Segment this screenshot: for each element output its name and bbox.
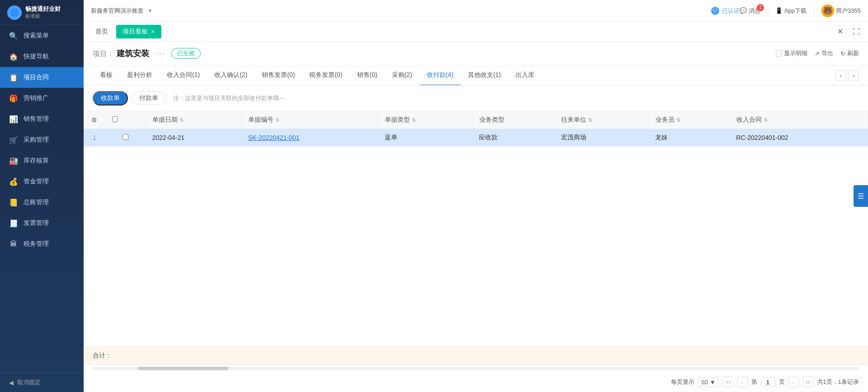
sub-nav-receipts[interactable]: 收付款(4) <box>420 66 461 86</box>
sub-nav-other-expenses[interactable]: 其他收支(1) <box>461 66 508 86</box>
sidebar-label-project-contract: 项目合同 <box>24 73 49 81</box>
sidebar-item-capital[interactable]: 💰 资金管理 <box>0 171 84 192</box>
sub-nav-income-confirm[interactable]: 收入确认(2) <box>207 66 255 86</box>
home-icon: 🏠 <box>9 52 18 61</box>
sidebar-item-marketing[interactable]: 🎁 营销推广 <box>0 88 84 109</box>
sub-nav-sales-invoice[interactable]: 销售发票(0) <box>255 66 302 86</box>
account-selector[interactable]: 新服务官网演示账套 ▼ <box>91 7 153 15</box>
total-row: 合计： <box>84 347 868 365</box>
sidebar-item-project-contract[interactable]: 📋 项目合同 <box>0 67 84 88</box>
row-partner: 宏茂商场 <box>555 129 649 147</box>
row-biz-type-value: 应收款 <box>479 134 498 141</box>
column-biz-type: 业务类型 <box>472 111 554 129</box>
right-float-button[interactable]: ☰ <box>854 185 868 207</box>
sidebar-item-invoice[interactable]: 🧾 发票管理 <box>0 213 84 234</box>
column-gear[interactable]: ⚙ <box>84 111 105 129</box>
last-page-button[interactable]: ⏭ <box>803 377 814 387</box>
row-type: 蓝单 <box>378 129 473 147</box>
sidebar-item-tax[interactable]: 🏛 税务管理 <box>0 234 84 254</box>
sub-nav-sales[interactable]: 销售(0) <box>350 66 385 86</box>
message-button[interactable]: 💬 消息 1 <box>740 7 760 15</box>
tabbar-controls: ✕ ⛶ <box>834 25 863 38</box>
scrollbar-thumb[interactable] <box>138 367 228 370</box>
scrollbar-row <box>84 365 868 372</box>
column-income-contract[interactable]: 收入合同 ⇅ <box>730 111 868 129</box>
user-menu[interactable]: 🐻 用户3355 <box>821 5 861 17</box>
sub-nav-receipts-label: 收付款(4) <box>427 71 453 78</box>
sidebar-item-ledger[interactable]: 📒 总账管理 <box>0 192 84 213</box>
payment-tab-button[interactable]: 付款单 <box>132 91 166 105</box>
sub-nav-income-contract-label: 收入合同(1) <box>167 71 200 78</box>
sub-nav-income-contract[interactable]: 收入合同(1) <box>160 66 207 86</box>
select-all-checkbox[interactable] <box>112 116 118 122</box>
column-salesman[interactable]: 业务员 ⇅ <box>649 111 730 129</box>
show-detail-checkbox[interactable] <box>776 50 782 57</box>
app-download-button[interactable]: 📱 App下载 <box>775 7 807 15</box>
sub-nav-profit[interactable]: 盈利分析 <box>120 66 160 86</box>
sub-nav-prev-button[interactable]: ‹ <box>835 70 846 81</box>
message-badge: 1 <box>757 4 764 11</box>
first-page-button[interactable]: ⏮ <box>722 377 733 387</box>
app-name: 畅捷通好业财 <box>25 5 61 13</box>
page-size-selector[interactable]: 50 ▼ <box>698 378 718 387</box>
row-checkbox[interactable] <box>123 134 128 140</box>
more-options-button[interactable]: ··· <box>156 49 166 58</box>
column-checkbox[interactable] <box>105 111 146 129</box>
certified-badge: 🛡 已认证 <box>711 7 740 15</box>
column-date[interactable]: 单据日期 ⇅ <box>146 111 241 129</box>
row-salesman: 龙妹 <box>649 129 730 147</box>
page-label: 第 <box>751 378 757 386</box>
unpin-icon: ◀ <box>9 379 14 386</box>
sidebar-item-search[interactable]: 🔍 搜索菜单 <box>0 25 84 46</box>
column-number[interactable]: 单据编号 ⇅ <box>242 111 378 129</box>
sub-nav-tax-invoice-label: 税务发票(0) <box>309 71 342 78</box>
sidebar-item-quick-nav[interactable]: 🏠 快捷导航 <box>0 46 84 67</box>
row-income-contract: RC-20220401-002 <box>730 129 868 147</box>
row-number-cell[interactable]: SK-20220421-001 <box>242 129 378 147</box>
sub-nav-in-out[interactable]: 出入库 <box>508 66 542 86</box>
sales-icon: 📊 <box>9 115 18 124</box>
project-title-prefix: 项目： <box>93 50 114 57</box>
next-page-icon: › <box>793 379 795 385</box>
prev-page-button[interactable]: ‹ <box>737 377 748 387</box>
row-number: 1 <box>84 129 105 147</box>
project-actions: 显示明细 ↗ 导出 ↻ 刷新 <box>776 49 859 57</box>
marketing-icon: 🎁 <box>9 94 18 103</box>
maximize-button[interactable]: ⛶ <box>850 25 863 38</box>
sidebar-unpin-button[interactable]: ◀ 取消固定 <box>0 373 84 392</box>
sort-icon-6: ⇅ <box>764 117 768 123</box>
page-number-input[interactable] <box>761 378 775 387</box>
refresh-label: 刷新 <box>847 49 859 57</box>
sidebar-logo: 🌀 畅捷通好业财 标准版 <box>0 0 84 25</box>
receipt-tabs: 收款单 付款单 注：这里是与项目关联的全部收付款单哦～ <box>84 86 868 111</box>
row-doc-number-link[interactable]: SK-20220421-001 <box>248 134 300 141</box>
sub-nav-board[interactable]: 看板 <box>93 66 120 86</box>
sidebar-item-sales[interactable]: 📊 销售管理 <box>0 109 84 129</box>
sub-nav-next-button[interactable]: › <box>848 70 859 81</box>
tab-close-icon[interactable]: ✕ <box>151 29 155 35</box>
export-button[interactable]: ↗ 导出 <box>815 49 833 57</box>
row-checkbox-cell[interactable] <box>105 129 146 147</box>
sub-nav-tax-invoice[interactable]: 税务发票(0) <box>302 66 349 86</box>
receipt-tab-button[interactable]: 收款单 <box>93 91 128 105</box>
app-download-label: App下载 <box>784 7 807 15</box>
refresh-button[interactable]: ↻ 刷新 <box>840 49 859 57</box>
next-page-button[interactable]: › <box>788 377 799 387</box>
close-button[interactable]: ✕ <box>834 25 846 38</box>
column-salesman-label: 业务员 <box>656 116 675 124</box>
show-detail-toggle[interactable]: 显示明细 <box>776 49 807 57</box>
column-type[interactable]: 单据类型 ⇅ <box>378 111 473 129</box>
column-type-label: 单据类型 <box>385 116 410 124</box>
receipts-table: ⚙ 单据日期 ⇅ 单据编号 <box>84 111 868 147</box>
column-partner-label: 往来单位 <box>561 116 586 124</box>
tab-project-board[interactable]: 项目看板 ✕ <box>116 25 161 38</box>
sub-nav-purchase[interactable]: 采购(2) <box>385 66 420 86</box>
sidebar-item-inventory[interactable]: 🏭 库存核算 <box>0 150 84 171</box>
horizontal-scrollbar[interactable] <box>93 367 859 370</box>
column-partner[interactable]: 往来单位 ⇅ <box>555 111 649 129</box>
tab-home[interactable]: 首页 <box>89 25 114 38</box>
sidebar-nav: 🔍 搜索菜单 🏠 快捷导航 📋 项目合同 🎁 营销推广 📊 销售管理 🛒 采购管… <box>0 25 84 373</box>
sidebar-label-purchase: 采购管理 <box>24 136 49 144</box>
total-records-label: 共1页，1条记录 <box>817 378 859 386</box>
sidebar-item-purchase[interactable]: 🛒 采购管理 <box>0 129 84 150</box>
